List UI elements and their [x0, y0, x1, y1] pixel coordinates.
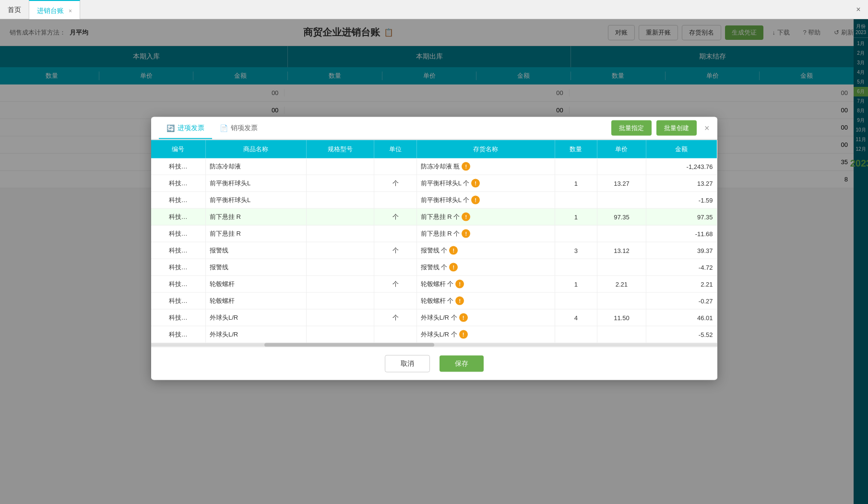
warning-icon: ! — [471, 179, 480, 188]
cell-inventory: 前平衡杆球头L 个! — [416, 192, 555, 208]
table-row[interactable]: 科技… 外球头L/R 外球头L/R 个! -5.52 — [151, 326, 717, 343]
cell-id: 科技… — [151, 309, 206, 326]
save-button[interactable]: 保存 — [440, 356, 484, 372]
cell-name: 前平衡杆球头L — [205, 175, 306, 192]
cell-qty: 3 — [555, 242, 597, 259]
cell-name: 前下悬挂 R — [205, 225, 306, 242]
cell-unit: 个 — [374, 309, 416, 326]
cell-amount: -0.27 — [646, 292, 717, 309]
cell-unit — [374, 259, 416, 276]
cell-qty — [555, 225, 597, 242]
dialog-scrollbar-thumb[interactable] — [264, 343, 434, 347]
dialog-table-wrap: 编号 商品名称 规格型号 单位 存货名称 数量 单价 金额 科技… 防冻冷却液 … — [151, 140, 717, 343]
cell-unit: 个 — [374, 242, 416, 259]
table-row[interactable]: 科技… 报警线 个 报警线 个! 3 13.12 39.37 — [151, 242, 717, 259]
warning-icon: ! — [449, 263, 458, 272]
cell-amount: -1.59 — [646, 192, 717, 208]
cell-price — [597, 326, 646, 343]
cell-price: 13.27 — [597, 175, 646, 192]
cell-price — [597, 192, 646, 208]
cell-name: 外球头L/R — [205, 326, 306, 343]
cell-spec — [306, 259, 374, 276]
cell-name: 前下悬挂 R — [205, 208, 306, 225]
tab-inbound-invoice[interactable]: 🔄 进项发票 — [159, 118, 212, 139]
cell-amount: 46.01 — [646, 309, 717, 326]
cell-name: 报警线 — [205, 259, 306, 276]
tab-home[interactable]: 首页 — [0, 0, 29, 19]
warning-icon: ! — [455, 297, 464, 305]
tab-bar: 首页 进销台账 × × — [0, 0, 868, 19]
cell-name: 轮毂螺杆 — [205, 292, 306, 309]
col-header-name: 商品名称 — [205, 140, 306, 158]
cell-inventory: 报警线 个! — [416, 242, 555, 259]
window-close-button[interactable]: × — [849, 0, 868, 19]
tab-outbound-invoice[interactable]: 📄 销项发票 — [212, 118, 265, 139]
cell-spec — [306, 292, 374, 309]
cell-spec — [306, 276, 374, 292]
table-row[interactable]: 科技… 前平衡杆球头L 个 前平衡杆球头L 个! 1 13.27 13.27 — [151, 175, 717, 192]
cell-spec — [306, 242, 374, 259]
cell-id: 科技… — [151, 225, 206, 242]
cell-qty: 1 — [555, 175, 597, 192]
table-row[interactable]: 科技… 防冻冷却液 防冻冷却液 瓶! -1,243.76 — [151, 158, 717, 175]
cell-name: 防冻冷却液 — [205, 158, 306, 175]
cell-id: 科技… — [151, 158, 206, 175]
dialog-close-button[interactable]: × — [704, 123, 710, 133]
cell-inventory: 轮毂螺杆 个! — [416, 292, 555, 309]
inbound-icon: 🔄 — [166, 124, 175, 132]
col-header-price: 单价 — [597, 140, 646, 158]
cell-price — [597, 225, 646, 242]
col-header-amount: 金额 — [646, 140, 717, 158]
warning-icon: ! — [462, 213, 470, 221]
cell-amount: -11.68 — [646, 225, 717, 242]
cell-inventory: 前下悬挂 R 个! — [416, 225, 555, 242]
cell-unit — [374, 225, 416, 242]
cell-inventory: 前平衡杆球头L 个! — [416, 175, 555, 192]
main-background: 销售成本计算方法： 月平均 商贸企业进销台账 📋 对账 重新开账 存货别名 生成… — [0, 19, 868, 504]
tab-ledger[interactable]: 进销台账 × — [29, 0, 80, 19]
batch-assign-button[interactable]: 批量指定 — [611, 120, 652, 136]
col-header-spec: 规格型号 — [306, 140, 374, 158]
table-row[interactable]: 科技… 轮毂螺杆 轮毂螺杆 个! -0.27 — [151, 292, 717, 309]
dialog-scrollbar[interactable] — [151, 343, 717, 347]
batch-create-button[interactable]: 批量创建 — [656, 120, 697, 136]
cell-spec — [306, 158, 374, 175]
cell-name: 前平衡杆球头L — [205, 192, 306, 208]
cell-id: 科技… — [151, 242, 206, 259]
invoice-table: 编号 商品名称 规格型号 单位 存货名称 数量 单价 金额 科技… 防冻冷却液 … — [151, 140, 717, 343]
cell-price — [597, 259, 646, 276]
warning-icon: ! — [462, 162, 470, 171]
table-row[interactable]: 科技… 轮毂螺杆 个 轮毂螺杆 个! 1 2.21 2.21 — [151, 276, 717, 292]
invoice-dialog: 🔄 进项发票 📄 销项发票 批量指定 批量创建 × 编号 商品名称 规格型号 — [151, 117, 717, 380]
cell-unit: 个 — [374, 208, 416, 225]
cancel-button[interactable]: 取消 — [385, 355, 430, 372]
cell-name: 报警线 — [205, 242, 306, 259]
cell-inventory: 外球头L/R 个! — [416, 326, 555, 343]
table-row[interactable]: 科技… 前下悬挂 R 个 前下悬挂 R 个! 1 97.35 97.35 — [151, 208, 717, 225]
table-row[interactable]: 科技… 报警线 报警线 个! -4.72 — [151, 259, 717, 276]
cell-spec — [306, 192, 374, 208]
warning-icon: ! — [459, 330, 468, 339]
cell-qty — [555, 158, 597, 175]
cell-inventory: 外球头L/R 个! — [416, 309, 555, 326]
cell-price: 13.12 — [597, 242, 646, 259]
tab-close-icon[interactable]: × — [69, 8, 72, 14]
cell-amount: 97.35 — [646, 208, 717, 225]
table-row[interactable]: 科技… 外球头L/R 个 外球头L/R 个! 4 11.50 46.01 — [151, 309, 717, 326]
cell-price: 2.21 — [597, 276, 646, 292]
cell-unit — [374, 158, 416, 175]
table-row[interactable]: 科技… 前平衡杆球头L 前平衡杆球头L 个! -1.59 — [151, 192, 717, 208]
dialog-header-actions: 批量指定 批量创建 — [611, 120, 697, 136]
col-header-inventory: 存货名称 — [416, 140, 555, 158]
warning-icon: ! — [459, 313, 468, 322]
dialog-header: 🔄 进项发票 📄 销项发票 批量指定 批量创建 × — [151, 117, 717, 140]
cell-unit — [374, 292, 416, 309]
cell-spec — [306, 225, 374, 242]
outbound-icon: 📄 — [220, 124, 228, 132]
cell-qty — [555, 259, 597, 276]
cell-inventory: 轮毂螺杆 个! — [416, 276, 555, 292]
cell-price: 97.35 — [597, 208, 646, 225]
table-row[interactable]: 科技… 前下悬挂 R 前下悬挂 R 个! -11.68 — [151, 225, 717, 242]
cell-spec — [306, 175, 374, 192]
cell-amount: -5.52 — [646, 326, 717, 343]
